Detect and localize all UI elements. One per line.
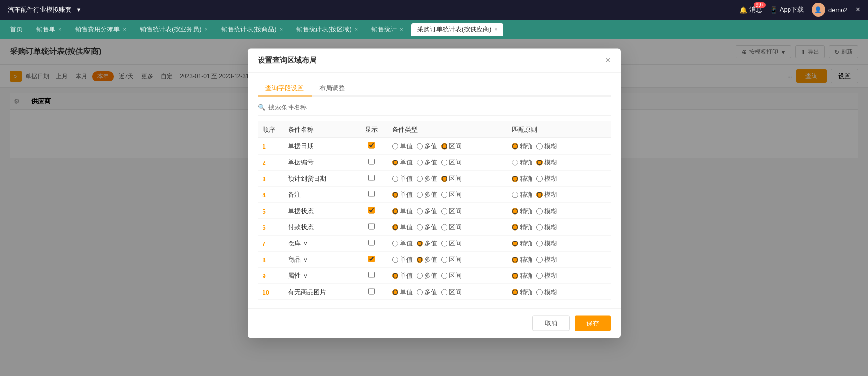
row-match-match_exact[interactable]: 精确 xyxy=(512,239,532,248)
row-match-match_fuzzy[interactable]: 模糊 xyxy=(536,255,557,264)
row-match-match_exact[interactable]: 精确 xyxy=(512,190,532,199)
row-num: 11 xyxy=(258,300,284,300)
row-match-match_fuzzy[interactable]: 模糊 xyxy=(536,142,557,151)
row-type-type_range[interactable]: 区间 xyxy=(441,288,462,296)
col-show-header: 显示 xyxy=(356,121,388,138)
tab-sales-expense[interactable]: 销售费用分摊单 × xyxy=(69,23,132,36)
row-type-type_multi[interactable]: 多值 xyxy=(417,190,437,199)
row-type-type_single[interactable]: 单值 xyxy=(392,207,413,215)
row-type-type_single[interactable]: 单值 xyxy=(392,158,413,167)
tab-purchase-order-stats[interactable]: 采购订单统计表(按供应商) × xyxy=(411,23,503,36)
row-type-type_multi[interactable]: 多值 xyxy=(417,174,437,183)
app-download[interactable]: 📱 App下载 xyxy=(770,5,804,14)
row-show-checkbox[interactable] xyxy=(368,288,375,295)
row-show-checkbox[interactable] xyxy=(368,159,375,165)
modal-close-button[interactable]: × xyxy=(605,55,611,66)
row-type-type_single[interactable]: 单值 xyxy=(392,288,413,296)
close-icon[interactable]: × xyxy=(856,5,860,14)
save-button[interactable]: 保存 xyxy=(575,316,611,331)
row-match-match_fuzzy[interactable]: 模糊 xyxy=(536,288,557,296)
row-type-type_range[interactable]: 区间 xyxy=(441,239,462,248)
row-type-type_range[interactable]: 区间 xyxy=(441,158,462,167)
row-match-match_exact[interactable]: 精确 xyxy=(512,174,532,183)
row-type-type_range[interactable]: 区间 xyxy=(441,207,462,215)
row-show-checkbox[interactable] xyxy=(368,272,375,278)
row-show-checkbox-cell xyxy=(356,154,388,170)
cancel-button[interactable]: 取消 xyxy=(532,316,570,331)
tab-sales-stats-product[interactable]: 销售统计表(按商品) × xyxy=(215,23,289,36)
row-match-match_exact[interactable]: 精确 xyxy=(512,142,532,151)
tab-close-4[interactable]: × xyxy=(280,27,283,32)
tab-sales-stats-staff[interactable]: 销售统计表(按业务员) × xyxy=(134,23,213,36)
tab-sales-order[interactable]: 销售单 × xyxy=(30,23,67,36)
row-type-type_multi[interactable]: 多值 xyxy=(417,271,437,280)
tab-sales-expense-close[interactable]: × xyxy=(123,27,126,32)
row-show-checkbox[interactable] xyxy=(368,175,375,181)
modal-table-row: 1单据日期单值多值区间精确模糊 xyxy=(258,138,611,155)
row-show-checkbox[interactable] xyxy=(368,207,375,214)
tab-sales-stats-region[interactable]: 销售统计表(按区域) × xyxy=(290,23,364,36)
modal-search-input[interactable] xyxy=(268,104,611,111)
row-type-type_multi[interactable]: 多值 xyxy=(417,223,437,232)
row-match-match_exact[interactable]: 精确 xyxy=(512,271,532,280)
row-type-type_multi[interactable]: 多值 xyxy=(417,142,437,151)
notification-area[interactable]: 🔔 消息 99+ xyxy=(739,5,762,14)
row-type-type_range[interactable]: 区间 xyxy=(441,174,462,183)
tab-close-6[interactable]: × xyxy=(400,27,403,32)
row-type-cell: 单值多值区间 xyxy=(387,138,507,155)
tab-sales-stats-region-label: 销售统计表(按区域) xyxy=(296,25,352,34)
row-type-type_range[interactable]: 区间 xyxy=(441,271,462,280)
row-type-type_single[interactable]: 单值 xyxy=(392,223,413,232)
row-type-type_range[interactable]: 区间 xyxy=(441,223,462,232)
modal-table-scroll: 1单据日期单值多值区间精确模糊2单据编号单值多值区间精确模糊3预计到货日期单值多… xyxy=(258,138,611,300)
row-type-type_range[interactable]: 区间 xyxy=(441,255,462,264)
row-match-match_fuzzy[interactable]: 模糊 xyxy=(536,239,557,248)
row-show-checkbox[interactable] xyxy=(368,256,375,262)
row-match-match_fuzzy[interactable]: 模糊 xyxy=(536,223,557,232)
row-match-match_exact[interactable]: 精确 xyxy=(512,288,532,296)
tab-close-7[interactable]: × xyxy=(494,27,497,32)
app-dropdown-icon[interactable]: ▼ xyxy=(76,6,82,14)
row-type-type_range[interactable]: 区间 xyxy=(441,190,462,199)
row-match-match_fuzzy[interactable]: 模糊 xyxy=(536,174,557,183)
tab-layout-adjust[interactable]: 布局调整 xyxy=(312,81,353,97)
row-type-type_multi[interactable]: 多值 xyxy=(417,207,437,215)
row-type-radio-group: 单值多值区间 xyxy=(392,207,502,215)
row-match-match_fuzzy[interactable]: 模糊 xyxy=(536,190,557,199)
row-match-match_fuzzy[interactable]: 模糊 xyxy=(536,158,557,167)
row-type-type_single[interactable]: 单值 xyxy=(392,190,413,199)
row-show-checkbox-cell xyxy=(356,268,388,284)
row-show-checkbox[interactable] xyxy=(368,223,375,230)
row-type-type_single[interactable]: 单值 xyxy=(392,255,413,264)
row-type-type_range[interactable]: 区间 xyxy=(441,142,462,151)
tab-sales-order-close[interactable]: × xyxy=(58,27,61,32)
tab-close-3[interactable]: × xyxy=(205,27,208,32)
row-match-match_exact[interactable]: 精确 xyxy=(512,223,532,232)
row-match-match_exact[interactable]: 精确 xyxy=(512,158,532,167)
row-match-match_exact[interactable]: 精确 xyxy=(512,255,532,264)
row-show-checkbox[interactable] xyxy=(368,191,375,197)
row-show-checkbox[interactable] xyxy=(368,240,375,246)
modal-search-bar: 🔍 xyxy=(258,104,611,116)
tab-home[interactable]: 首页 xyxy=(4,23,28,36)
row-match-match_exact[interactable]: 精确 xyxy=(512,207,532,215)
row-type-type_single[interactable]: 单值 xyxy=(392,174,413,183)
row-show-checkbox[interactable] xyxy=(368,142,375,149)
tab-close-5[interactable]: × xyxy=(355,27,358,32)
row-type-type_multi[interactable]: 多值 xyxy=(417,288,437,296)
user-area[interactable]: 👤 demo2 xyxy=(812,3,848,17)
tab-sales-stats[interactable]: 销售统计 × xyxy=(366,23,409,36)
row-type-cell: 单值多值区间 xyxy=(387,170,507,187)
tab-sales-stats-label: 销售统计 xyxy=(371,25,397,34)
row-type-type_multi[interactable]: 多值 xyxy=(417,255,437,264)
row-match-match_fuzzy[interactable]: 模糊 xyxy=(536,271,557,280)
row-type-type_single[interactable]: 单值 xyxy=(392,271,413,280)
row-match-match_fuzzy[interactable]: 模糊 xyxy=(536,207,557,215)
row-type-type_single[interactable]: 单值 xyxy=(392,239,413,248)
row-type-type_multi[interactable]: 多值 xyxy=(417,158,437,167)
tab-query-fields[interactable]: 查询字段设置 xyxy=(258,81,312,97)
row-type-type_multi[interactable]: 多值 xyxy=(417,239,437,248)
modal-table-row: 7仓库 ∨单值多值区间精确模糊 xyxy=(258,235,611,251)
row-type-cell: 单值多值区间 xyxy=(387,268,507,284)
row-type-type_single[interactable]: 单值 xyxy=(392,142,413,151)
